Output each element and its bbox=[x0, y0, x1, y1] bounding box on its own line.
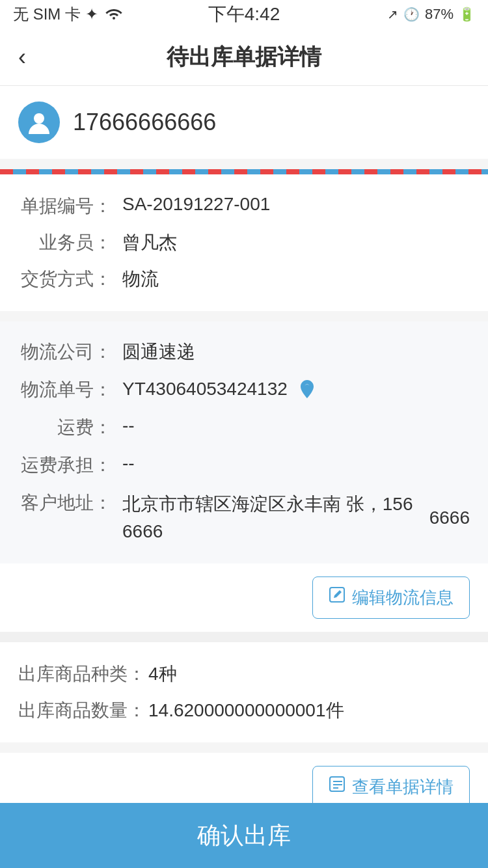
delivery-label: 交货方式： bbox=[18, 267, 122, 292]
svg-point-0 bbox=[34, 113, 44, 124]
status-right: ↗ 🕐 87% 🔋 bbox=[387, 6, 475, 23]
logistics-tracking-row: 物流单号： YT43064053424132 bbox=[18, 377, 470, 402]
order-no-label: 单据编号： bbox=[18, 194, 122, 219]
page-title: 待出库单据详情 bbox=[167, 42, 321, 72]
goods-types-label: 出库商品种类： bbox=[18, 662, 148, 686]
sim-status: 无 SIM 卡 ✦ bbox=[13, 4, 98, 25]
order-no-row: 单据编号： SA-20191227-001 bbox=[18, 194, 470, 219]
logistics-company-label: 物流公司： bbox=[18, 340, 122, 364]
address-line2: 6666 bbox=[429, 504, 470, 532]
back-button[interactable]: ‹ bbox=[18, 44, 26, 71]
edit-logistics-area: 编辑物流信息 bbox=[0, 563, 488, 632]
basic-info-section: 单据编号： SA-20191227-001 业务员： 曾凡杰 交货方式： 物流 bbox=[0, 174, 488, 311]
address-value: 北京市市辖区海淀区永丰南 张，156 6666 6666 bbox=[122, 491, 470, 545]
clock-icon: 🕐 bbox=[403, 7, 420, 22]
confirm-button-label: 确认出库 bbox=[197, 820, 291, 852]
logistics-section: 物流公司： 圆通速递 物流单号： YT43064053424132 运费： --… bbox=[0, 321, 488, 632]
view-detail-button[interactable]: 查看单据详情 bbox=[312, 766, 470, 808]
view-detail-label: 查看单据详情 bbox=[352, 776, 454, 798]
dashed-divider bbox=[0, 169, 488, 174]
order-no-value: SA-20191227-001 bbox=[122, 194, 470, 215]
goods-quantity-row: 出库商品数量： 14.620000000000001件 bbox=[18, 698, 470, 723]
detail-icon bbox=[329, 776, 347, 798]
goods-types-value: 4种 bbox=[148, 662, 177, 686]
location-arrow-icon: ↗ bbox=[387, 7, 398, 22]
wifi-icon bbox=[105, 5, 123, 23]
section-divider-1 bbox=[0, 632, 488, 642]
delivery-row: 交货方式： 物流 bbox=[18, 267, 470, 292]
address-label: 客户地址： bbox=[18, 491, 122, 515]
goods-section: 出库商品种类： 4种 出库商品数量： 14.620000000000001件 bbox=[0, 642, 488, 742]
address-row: 客户地址： 北京市市辖区海淀区永丰南 张，156 6666 6666 bbox=[18, 491, 470, 545]
goods-quantity-value: 14.620000000000001件 bbox=[148, 698, 344, 723]
status-bar: 无 SIM 卡 ✦ 下午4:42 ↗ 🕐 87% 🔋 bbox=[0, 0, 488, 29]
freight-bearer-label: 运费承担： bbox=[18, 453, 122, 478]
confirm-button-bar[interactable]: 确认出库 bbox=[0, 803, 488, 868]
goods-quantity-label: 出库商品数量： bbox=[18, 698, 148, 723]
edit-logistics-label: 编辑物流信息 bbox=[352, 586, 454, 609]
customer-phone: 17666666666 bbox=[73, 109, 216, 136]
delivery-value: 物流 bbox=[122, 267, 470, 292]
status-time: 下午4:42 bbox=[208, 2, 280, 27]
logistics-tracking-label: 物流单号： bbox=[18, 377, 122, 402]
status-left: 无 SIM 卡 ✦ bbox=[13, 4, 123, 25]
salesman-value: 曾凡杰 bbox=[122, 230, 470, 255]
customer-header: 17666666666 bbox=[0, 86, 488, 159]
logistics-tracking-value: YT43064053424132 bbox=[122, 377, 470, 401]
customer-avatar bbox=[18, 102, 60, 143]
logistics-company-value: 圆通速递 bbox=[122, 340, 470, 364]
freight-bearer-value: -- bbox=[122, 453, 470, 474]
logistics-card: 物流公司： 圆通速递 物流单号： YT43064053424132 运费： --… bbox=[0, 321, 488, 563]
freight-bearer-row: 运费承担： -- bbox=[18, 453, 470, 478]
salesman-label: 业务员： bbox=[18, 230, 122, 255]
battery-percent: 87% bbox=[425, 6, 454, 23]
freight-label: 运费： bbox=[18, 415, 122, 440]
back-arrow-icon[interactable]: ‹ bbox=[18, 44, 26, 71]
freight-row: 运费： -- bbox=[18, 415, 470, 440]
tracking-location-icon[interactable] bbox=[295, 377, 319, 401]
goods-types-row: 出库商品种类： 4种 bbox=[18, 662, 470, 686]
edit-logistics-button[interactable]: 编辑物流信息 bbox=[312, 576, 470, 619]
logistics-company-row: 物流公司： 圆通速递 bbox=[18, 340, 470, 364]
edit-icon bbox=[329, 586, 347, 609]
salesman-row: 业务员： 曾凡杰 bbox=[18, 230, 470, 255]
battery-icon: 🔋 bbox=[459, 7, 475, 22]
nav-bar: ‹ 待出库单据详情 bbox=[0, 29, 488, 86]
freight-value: -- bbox=[122, 415, 470, 436]
